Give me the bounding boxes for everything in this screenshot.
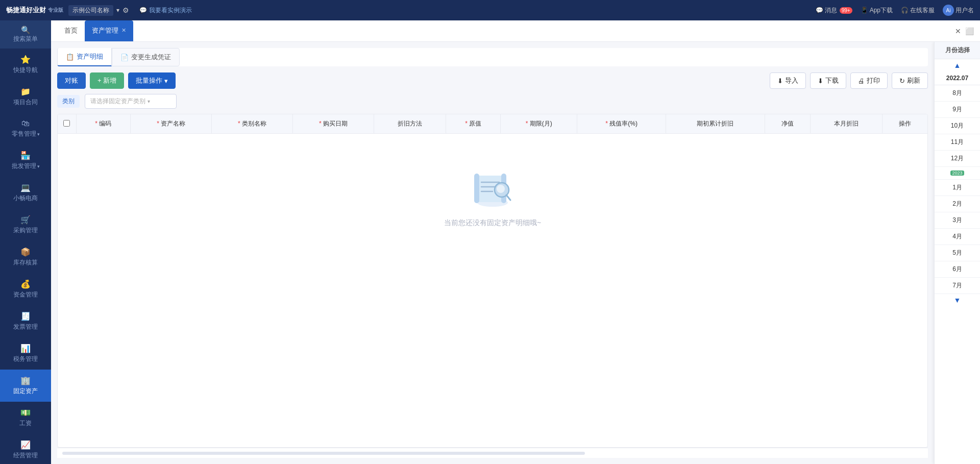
finance-label: 资金管理 (13, 290, 38, 299)
download-label: 下载 (825, 76, 839, 85)
tab-close-icon[interactable]: ✕ (121, 27, 126, 34)
demo-link[interactable]: 💬 我要看实例演示 (139, 6, 192, 15)
sidebar-item-wholesale[interactable]: 🏪 批发管理 ▾ (0, 144, 51, 177)
month-item-10[interactable]: 10月 (935, 118, 980, 134)
tab-asset[interactable]: 资产管理 ✕ (85, 20, 133, 41)
voucher-tab-icon: 📄 (120, 54, 129, 61)
sidebar-item-retail[interactable]: 🛍 零售管理 ▾ (0, 113, 51, 144)
sidebar-item-salary[interactable]: 💵 工资 (0, 402, 51, 434)
horizontal-scrollbar[interactable] (62, 452, 585, 455)
col-net-value: 净值 (765, 114, 810, 134)
company-selector[interactable]: 示例公司名称 ▾ ⚙ (68, 5, 129, 16)
sidebar-item-asset[interactable]: 🏢 固定资产 (0, 370, 51, 402)
month-item-3[interactable]: 3月 (935, 212, 980, 229)
month-item-7[interactable]: 7月 (935, 278, 980, 294)
subtab-voucher[interactable]: 📄 变更生成凭证 (112, 48, 180, 66)
import-button[interactable]: ⬇ 导入 (770, 72, 806, 89)
month-nav-up[interactable]: ▲ (935, 59, 980, 71)
batch-button[interactable]: 批量操作 ▾ (128, 72, 176, 89)
asset-icon: 🏢 (20, 376, 31, 385)
print-button[interactable]: 🖨 打印 (850, 72, 888, 89)
svg-line-9 (506, 195, 510, 200)
sidebar-item-ecommerce[interactable]: 💻 小畅电商 (0, 177, 51, 209)
empty-illustration (467, 164, 518, 210)
refresh-button[interactable]: ↻ 刷新 (892, 72, 928, 89)
main-area: 首页 资产管理 ✕ ✕ ⬜ 📋 资产明细 (51, 20, 980, 464)
quicknav-label: 快捷导航 (13, 66, 38, 75)
year-2023-badge: 2023 (935, 167, 980, 180)
app-logo: 畅捷通好业财 专业版 (6, 6, 63, 15)
online-service-button[interactable]: 🎧 在线客服 (901, 6, 935, 15)
month-item-9[interactable]: 9月 (935, 102, 980, 118)
download-icon: ⬇ (818, 77, 823, 85)
select-all-checkbox[interactable] (63, 120, 70, 127)
demo-icon: 💬 (139, 7, 147, 14)
messages-badge: 99+ (840, 7, 852, 14)
import-icon: ⬇ (777, 77, 783, 85)
select-all-header[interactable] (58, 114, 76, 134)
year-badge-text: 2023 (950, 170, 964, 176)
ecommerce-icon: 💻 (20, 183, 31, 192)
month-item-11[interactable]: 11月 (935, 134, 980, 151)
retail-label-wrap: 零售管理 ▾ (12, 130, 40, 138)
sidebar-item-quicknav[interactable]: ⭐ 快捷导航 (0, 48, 51, 81)
refresh-label: 刷新 (907, 76, 920, 85)
maximize-window-icon[interactable]: ⬜ (965, 27, 974, 35)
batch-dropdown-icon: ▾ (164, 77, 168, 85)
add-label: + 新增 (97, 76, 116, 85)
category-placeholder: 请选择固定资产类别 (90, 97, 145, 106)
message-icon: 💬 (816, 7, 823, 14)
app-body: 🔍 搜索菜单 ⭐ 快捷导航 📁 项目合同 🛍 零售管理 ▾ 🏪 批发管理 ▾ (0, 20, 980, 464)
sidebar-item-purchase[interactable]: 🛒 采购管理 (0, 209, 51, 241)
asset-tab-label: 资产管理 (92, 26, 118, 35)
batch-label: 批量操作 (136, 76, 162, 85)
col-operation: 操作 (883, 114, 927, 134)
horizontal-scrollbar-area[interactable] (57, 448, 928, 458)
purchase-label: 采购管理 (13, 226, 38, 235)
add-button[interactable]: + 新增 (90, 72, 124, 89)
month-item-2[interactable]: 2月 (935, 196, 980, 212)
sidebar-item-tax[interactable]: 📊 税务管理 (0, 337, 51, 370)
toolbar-right: ⬇ 导入 ⬇ 下载 🖨 打印 ↻ 刷新 (770, 72, 928, 89)
close-window-icon[interactable]: ✕ (955, 27, 961, 35)
col-name: * 资产名称 (131, 114, 212, 134)
retail-icon: 🛍 (21, 119, 30, 128)
user-menu[interactable]: Ai 用户名 (943, 5, 974, 16)
messages-button[interactable]: 💬 消息 99+ (816, 6, 852, 15)
table-header-row: * 编码 * 资产名称 * 类别名称 * 购买日期 折旧方法 * 原值 * 期限… (58, 114, 927, 134)
tab-home[interactable]: 首页 (57, 20, 85, 41)
sidebar-label-project: 项目合同 (13, 98, 38, 107)
current-year-month: 2022.07 (935, 71, 980, 85)
detail-tab-label: 资产明细 (77, 52, 103, 61)
sidebar-item-invoice[interactable]: 🧾 发票管理 (0, 305, 51, 337)
sidebar-item-inventory[interactable]: 📦 库存核算 (0, 241, 51, 273)
reconcile-button[interactable]: 对账 (57, 72, 86, 89)
filter-row: 类别 请选择固定资产类别 ▾ (57, 94, 928, 109)
category-select[interactable]: 请选择固定资产类别 ▾ (85, 94, 177, 109)
app-download-label: App下载 (870, 6, 893, 15)
tax-label: 税务管理 (13, 355, 38, 363)
operation-icon: 📈 (20, 440, 31, 450)
subtab-detail[interactable]: 📋 资产明细 (57, 48, 112, 66)
month-item-5[interactable]: 5月 (935, 245, 980, 261)
download-button[interactable]: ⬇ 下载 (810, 72, 846, 89)
app-download-button[interactable]: 📱 App下载 (861, 6, 893, 15)
category-select-arrow: ▾ (148, 99, 150, 104)
month-item-12[interactable]: 12月 (935, 151, 980, 167)
col-code: * 编码 (76, 114, 131, 134)
invoice-label: 发票管理 (13, 323, 38, 331)
wholesale-label: 批发管理 (12, 162, 36, 170)
company-dropdown-icon[interactable]: ▾ (116, 7, 119, 14)
month-item-6[interactable]: 6月 (935, 261, 980, 278)
category-filter-label: 类别 (57, 95, 80, 108)
month-item-1[interactable]: 1月 (935, 180, 980, 196)
month-item-4[interactable]: 4月 (935, 229, 980, 245)
month-nav-down[interactable]: ▼ (935, 294, 980, 306)
month-item-8[interactable]: 8月 (935, 85, 980, 102)
sidebar-item-finance[interactable]: 💰 资金管理 (0, 273, 51, 305)
search-menu[interactable]: 🔍 搜索菜单 (0, 20, 51, 48)
sidebar-item-operation[interactable]: 📈 经营管理 (0, 434, 51, 464)
sidebar-item-project[interactable]: 📁 项目合同 (0, 81, 51, 113)
inventory-icon: 📦 (20, 247, 31, 257)
settings-icon[interactable]: ⚙ (122, 6, 129, 14)
